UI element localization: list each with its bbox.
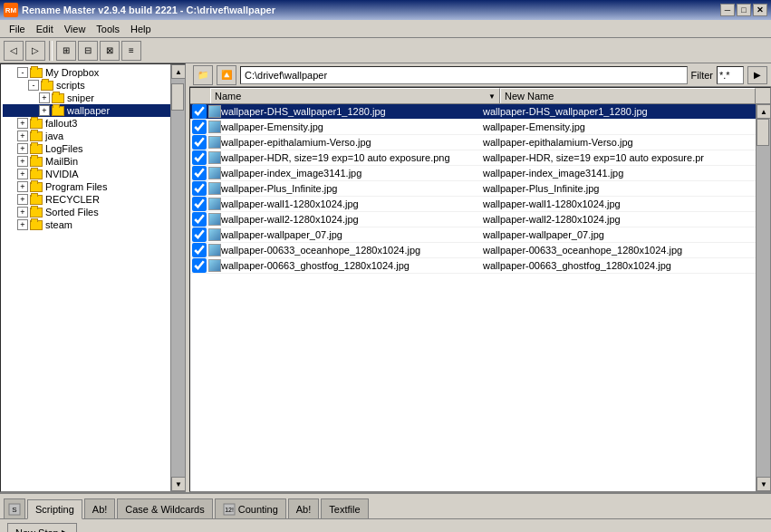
expand-icon[interactable]: + [17,143,28,154]
expand-icon[interactable]: + [17,181,28,192]
menu-help[interactable]: Help [125,22,157,36]
tree-item[interactable]: +sniper [3,92,183,104]
svg-text:S: S [12,506,16,514]
toolbar-btn-3[interactable]: ⊞ [56,41,76,61]
tree-item-label: Sorted Files [45,207,99,218]
tree-item-label: NVIDIA [45,169,79,179]
tab-textfile-label: Textfile [329,504,360,515]
toolbar-btn-4[interactable]: ⊟ [78,41,98,61]
tree-item-label: scripts [56,80,85,91]
expand-icon[interactable]: + [17,207,28,218]
file-row[interactable]: wallpaper-Emensity.jpgwallpaper-Emensity… [190,120,770,135]
tree-scroll-thumb[interactable] [171,83,184,111]
file-checkbox[interactable] [192,104,207,119]
expand-icon[interactable]: - [17,67,28,78]
file-checkbox[interactable] [192,258,207,273]
file-thumbnail [208,228,221,241]
tree-item[interactable]: +LogFiles [3,142,183,155]
new-step-bar: New Step ▶ [0,519,771,532]
file-row[interactable]: wallpaper-00663_ghostfog_1280x1024.jpgwa… [190,258,770,274]
menu-tools[interactable]: Tools [91,22,125,36]
expand-icon[interactable]: - [28,80,39,91]
file-checkbox[interactable] [192,212,207,227]
filter-input[interactable] [717,66,744,84]
file-checkbox[interactable] [192,150,207,165]
tree-item[interactable]: +fallout3 [3,117,183,130]
filelist-scroll-up[interactable]: ▲ [757,104,771,119]
tab-counting[interactable]: 12! Counting [215,498,286,518]
close-button[interactable]: ✕ [753,4,767,16]
tab-case-wildcards[interactable]: Case & Wildcards [117,498,212,518]
tree-item[interactable]: -scripts [3,79,183,92]
tree-item[interactable]: +MailBin [3,155,183,168]
file-checkbox[interactable] [192,227,207,242]
tree-item[interactable]: +Program Files [3,180,183,193]
menu-file[interactable]: File [4,22,31,36]
filelist-scroll-thumb[interactable] [757,119,769,146]
tab-ab2[interactable]: Ab! [288,498,320,518]
expand-icon[interactable]: + [17,194,28,205]
expand-icon[interactable]: + [17,118,28,129]
tab-textfile[interactable]: Textfile [321,498,368,518]
file-row[interactable]: wallpaper-HDR, size=19 exp=10 auto expos… [190,150,770,166]
file-row[interactable]: wallpaper-DHS_wallpaper1_1280.jpgwallpap… [190,104,770,120]
file-row[interactable]: wallpaper-epithalamium-Verso.jpgwallpape… [190,135,770,150]
file-name-cell: wallpaper-Plus_Infinite.jpg [221,183,479,194]
expand-icon[interactable]: + [39,92,50,103]
app-icon: RM [4,3,18,17]
file-checkbox[interactable] [192,166,207,180]
col-header-name[interactable]: Name ▼ [210,88,500,103]
file-checkbox[interactable] [192,181,207,196]
file-checkbox[interactable] [192,135,207,150]
tree-item[interactable]: -My Dropbox [3,66,183,79]
tree-item[interactable]: +Sorted Files [3,206,183,218]
path-input[interactable] [240,66,688,84]
tree-item[interactable]: +java [3,130,183,142]
file-row[interactable]: wallpaper-wall2-1280x1024.jpgwallpaper-w… [190,212,770,227]
tab-scripting[interactable]: Scripting [27,499,82,519]
file-row[interactable]: wallpaper-Plus_Infinite.jpgwallpaper-Plu… [190,181,770,197]
filter-apply-button[interactable]: ▶ [747,66,767,84]
file-thumbnail [208,136,221,149]
expand-icon[interactable]: + [17,219,28,230]
tab-icon-scripting[interactable]: S [4,498,25,518]
folder-icon [30,157,43,167]
expand-icon[interactable]: + [17,131,28,141]
minimize-button[interactable]: ─ [720,4,735,16]
toolbar-btn-1[interactable]: ◁ [4,41,24,61]
file-row[interactable]: wallpaper-00633_oceanhope_1280x1024.jpgw… [190,243,770,258]
menu-edit[interactable]: Edit [31,22,59,36]
up-button[interactable]: 🔼 [217,65,236,85]
tree-scroll-up[interactable]: ▲ [171,64,186,79]
file-row[interactable]: wallpaper-wallpaper_07.jpgwallpaper-wall… [190,227,770,243]
col-header-newname[interactable]: New Name [500,88,756,103]
maximize-button[interactable]: □ [737,4,751,16]
tree-item[interactable]: +steam [3,218,183,231]
filter-label: Filter [691,70,713,81]
file-checkbox[interactable] [192,197,207,211]
tab-ab1[interactable]: Ab! [84,498,116,518]
new-step-button[interactable]: New Step ▶ [7,523,77,532]
file-row[interactable]: wallpaper-wall1-1280x1024.jpgwallpaper-w… [190,197,770,212]
file-row[interactable]: wallpaper-index_image3141.jpgwallpaper-i… [190,166,770,181]
tree-scroll-down[interactable]: ▼ [171,477,186,491]
menu-view[interactable]: View [59,22,92,36]
toolbar-btn-2[interactable]: ▷ [25,41,45,61]
toolbar-btn-5[interactable]: ⊠ [100,41,120,61]
tree-item[interactable]: +RECYCLER [3,193,183,206]
svg-text:12!: 12! [225,507,234,513]
expand-icon[interactable]: + [17,169,28,179]
folder-icon-button[interactable]: 📁 [193,65,213,85]
file-newname-cell: wallpaper-wallpaper_07.jpg [479,229,770,240]
tree-item[interactable]: +NVIDIA [3,168,183,180]
filelist-scroll-down[interactable]: ▼ [757,477,771,491]
expand-icon[interactable]: + [17,156,28,167]
tree-item[interactable]: +wallpaper [3,104,183,117]
file-checkbox[interactable] [192,120,207,134]
folder-icon [30,169,43,179]
file-newname-cell: wallpaper-wall1-1280x1024.jpg [479,198,770,209]
file-checkbox[interactable] [192,243,207,257]
file-thumbnail [208,259,221,272]
toolbar-btn-6[interactable]: ≡ [121,41,141,61]
expand-icon[interactable]: + [39,105,50,116]
